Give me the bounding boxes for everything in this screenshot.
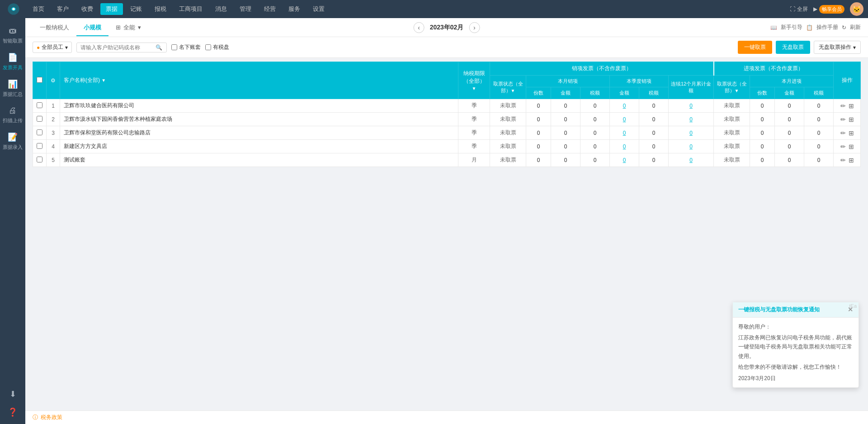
row-sales-quarter-amount: 0 [610,99,639,113]
row-period: 季 [458,126,490,140]
nav-manage[interactable]: 管理 [234,3,257,15]
row-sales-12month: 0 [669,126,714,140]
checkbox-has-disk[interactable]: 有税盘 [205,43,229,51]
prev-date-btn[interactable]: ‹ [414,22,425,33]
sidebar-item-invoice-issue-label: 发票开具 [3,64,23,71]
tab-small-scale[interactable]: 小规模 [76,20,108,36]
sidebar: 🎟 智能取票 📄 发票开具 📊 票据汇总 🖨 扫描上传 📝 票据录入 ⬇ ❓ [0,18,25,424]
own-account-checkbox[interactable] [171,44,177,50]
table-row: 4 新建区方方文具店 季 未取票 0 0 0 0 0 0 未取票 0 0 0 ✏… [33,140,861,153]
checkbox-own-account[interactable]: 名下账套 [171,43,201,51]
row-in-month-tax: 0 [804,113,834,126]
row-in-month-tax: 0 [804,99,834,113]
select-all-checkbox[interactable] [37,77,42,83]
row-actions: ✏ ⊞ [834,99,861,113]
row-checkbox[interactable] [37,143,42,149]
row-period: 季 [458,140,490,153]
row-index: 4 [47,140,60,153]
col-in-month-tax: 税额 [804,87,834,99]
row-sales-12month: 0 [669,140,714,153]
no-disk-btn[interactable]: 无盘取票 [776,41,810,54]
info-icon: ⓘ [33,414,38,421]
edit-icon[interactable]: ✏ [840,157,846,164]
row-sales-month-tax: 0 [580,113,610,126]
scan-icon: 🖨 [9,106,17,115]
col-sales-month-count: 份数 [526,87,551,99]
tab-all-label: 全能 [123,24,135,32]
nav-operation[interactable]: 经营 [259,3,281,15]
vip-btn[interactable]: ▶ 畅享会员 [813,5,844,14]
entry-icon: 📝 [8,132,18,142]
sidebar-item-summary[interactable]: 📊 票据汇总 [1,76,24,101]
row-sales-quarter-amount: 0 [610,153,639,167]
row-client-name: 卫辉市玖玖健合医药有限公司 [60,99,458,113]
next-date-btn[interactable]: › [469,22,480,33]
nav-home[interactable]: 首页 [27,3,50,15]
row-in-month-count: 0 [750,126,775,140]
sidebar-item-smart-ticket[interactable]: 🎟 智能取票 [1,23,24,48]
in-month-header: 本月进项 [750,76,834,87]
search-input[interactable] [80,44,153,51]
search-icon[interactable]: 🔍 [156,44,162,51]
no-disk-dropdown-btn[interactable]: 无盘取票操作 ▾ [814,41,861,54]
row-sales-month-amount: 0 [551,99,580,113]
filter-buttons: 一键取票 无盘取票 无盘取票操作 ▾ [738,41,861,54]
detail-icon[interactable]: ⊞ [849,116,854,123]
fullscreen-btn[interactable]: ⛶ 全屏 [790,5,808,13]
detail-icon[interactable]: ⊞ [849,157,854,164]
one-key-btn[interactable]: 一键取票 [738,41,772,54]
nav-message[interactable]: 消息 [210,3,232,15]
edit-icon[interactable]: ✏ [840,143,846,150]
edit-icon[interactable]: ✏ [840,129,846,137]
nav-invoice[interactable]: 票据 [100,3,123,15]
row-checkbox[interactable] [37,116,42,122]
row-in-month-count: 0 [750,113,775,126]
sidebar-item-invoice-issue[interactable]: 📄 发票开具 [1,49,24,75]
sidebar-bottom-icon2[interactable]: ❓ [5,405,20,419]
top-nav: 首页 客户 收费 票据 记账 报税 工商项目 消息 管理 经营 服务 设置 ⛶ … [0,0,868,18]
nav-account[interactable]: 记账 [125,3,147,15]
own-account-label: 名下账套 [179,43,201,51]
sales-month-header: 本月销项 [526,76,610,87]
guide-link[interactable]: 新手引导 [781,24,802,31]
tax-policy-link[interactable]: 税务政策 [41,414,62,421]
nav-fee[interactable]: 收费 [76,3,99,15]
tab-general-taxpayer[interactable]: 一般纳税人 [33,20,76,36]
detail-icon[interactable]: ⊞ [849,102,854,110]
row-sales-quarter-tax: 0 [639,99,669,113]
row-in-month-amount: 0 [775,140,804,153]
edit-icon[interactable]: ✏ [840,116,846,123]
nav-tax[interactable]: 报税 [149,3,172,15]
row-checkbox[interactable] [37,102,42,108]
edit-icon[interactable]: ✏ [840,102,846,110]
row-checkbox-cell[interactable] [33,113,47,126]
nav-service[interactable]: 服务 [283,3,306,15]
manual-icon: 📋 [806,24,813,31]
avatar[interactable]: 🐱 [850,2,863,16]
sidebar-item-entry[interactable]: 📝 票据录入 [1,129,24,154]
refresh-link[interactable]: 刷新 [850,24,861,31]
manual-link[interactable]: 操作手册 [816,24,838,31]
nav-business[interactable]: 工商项目 [174,3,208,15]
employee-select[interactable]: ● 全部员工 ▾ [33,42,72,53]
tab-all[interactable]: ⊞ 全能 ▾ [108,20,148,36]
row-actions: ✏ ⊞ [834,113,861,126]
nav-client[interactable]: 客户 [52,3,74,15]
sidebar-bottom-icon1[interactable]: ⬇ [5,387,20,401]
has-disk-checkbox[interactable] [205,44,211,50]
row-checkbox-cell[interactable] [33,153,47,167]
row-index: 1 [47,99,60,113]
row-in-month-count: 0 [750,99,775,113]
sidebar-item-scan[interactable]: 🖨 扫描上传 [1,102,24,128]
nav-settings[interactable]: 设置 [307,3,330,15]
row-checkbox-cell[interactable] [33,140,47,153]
tab-small-label: 小规模 [84,24,101,32]
settings-icon[interactable]: ⚙ [51,77,56,84]
detail-icon[interactable]: ⊞ [849,143,854,150]
detail-icon[interactable]: ⊞ [849,129,854,137]
row-checkbox-cell[interactable] [33,126,47,140]
row-checkbox[interactable] [37,129,42,135]
row-checkbox[interactable] [37,157,42,162]
row-checkbox-cell[interactable] [33,99,47,113]
row-sales-status: 未取票 [490,99,526,113]
